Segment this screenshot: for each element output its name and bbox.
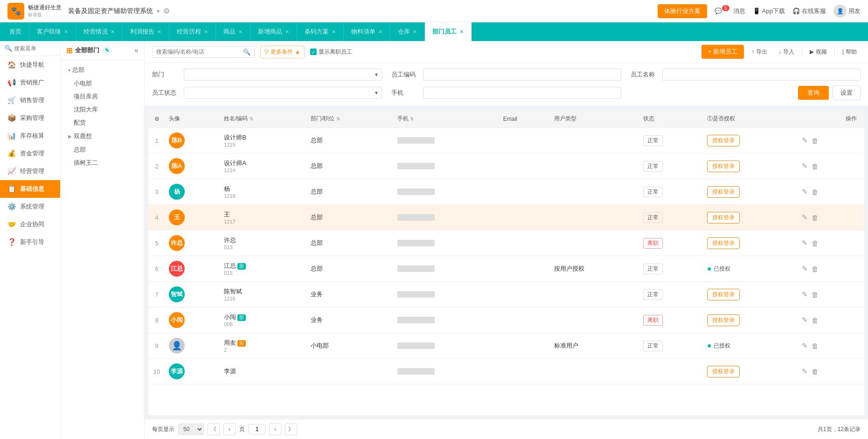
dept-edit-btn[interactable]: ✎ [102,46,111,55]
edit-btn-5[interactable]: ✎ [802,239,808,247]
tab-newgoods[interactable]: 新增商品 ✕ [250,22,297,41]
per-page-select[interactable]: 50 100 200 [178,424,204,435]
auth-btn-row-1[interactable]: 授权登录 [707,135,740,146]
query-button[interactable]: 查询 [798,86,829,100]
del-btn-7[interactable]: 🗑 [812,291,819,299]
dept-node-buwang[interactable]: 插树王二 [61,156,144,169]
dept-node-shenyang[interactable]: 沈阳大库 [61,103,144,116]
prev-page-btn[interactable]: ‹ [223,423,236,435]
tab-warehouse-close[interactable]: ✕ [413,29,417,35]
edit-btn-2[interactable]: ✎ [802,162,808,170]
sidebar-item-sales[interactable]: 🛒 销售管理 [0,91,60,109]
tab-newgoods-close[interactable]: ✕ [285,29,289,35]
message-btn[interactable]: 💬 5 消息 [715,7,745,15]
filter-phone-input[interactable] [423,87,621,99]
col-phone[interactable]: 手机 ⇅ [394,110,500,128]
tab-barcode-close[interactable]: ✕ [332,29,336,35]
sidebar-item-finance[interactable]: 💰 资金管理 [0,145,60,162]
set-button[interactable]: 设置 [833,85,861,100]
dept-node-xiaodianbu[interactable]: 小电部 [61,77,144,90]
sidebar-item-newbie[interactable]: ❓ 新手引导 [0,233,60,251]
tab-customer[interactable]: 客户联络 ✕ [29,22,76,41]
sidebar-item-inventory[interactable]: 📊 库存核算 [0,127,60,145]
filter-empname-input[interactable] [662,69,861,81]
dept-collapse-btn[interactable]: « [134,46,139,55]
user-area[interactable]: 👤 用友 [833,5,861,18]
edit-btn-9[interactable]: ✎ [802,341,808,350]
tab-business[interactable]: 经营情况 ✕ [76,22,123,41]
edit-btn-3[interactable]: ✎ [802,188,808,196]
tab-customer-close[interactable]: ✕ [64,29,68,35]
page-number-input[interactable] [249,424,265,434]
tab-profit[interactable]: 利润报告 ✕ [123,22,169,41]
filter-dept-select[interactable]: ▾ [184,69,382,81]
tab-warehouse[interactable]: 仓库 ✕ [390,22,425,41]
sidebar-item-business-mgmt[interactable]: 📈 经营管理 [0,162,60,180]
tab-material-close[interactable]: ✕ [378,29,382,35]
filter-status-select[interactable]: ▾ [184,87,382,99]
del-btn-8[interactable]: 🗑 [812,316,819,324]
service-btn[interactable]: 🎧 在线客服 [792,7,826,15]
import-btn[interactable]: ↓ 导入 [775,46,798,58]
col-dept[interactable]: 部门/职位 ⇅ [307,110,394,128]
tab-profit-close[interactable]: ✕ [157,29,161,35]
auth-btn-row-8[interactable]: 授权登录 [707,314,740,326]
sidebar-item-basicinfo[interactable]: 📋 基础信息 [0,180,60,198]
edit-btn-4[interactable]: ✎ [802,213,808,222]
tab-business-close[interactable]: ✕ [111,29,115,35]
auth-btn-row-4[interactable]: 授权登录 [707,212,740,223]
edit-btn-7[interactable]: ✎ [802,290,808,299]
tab-staff[interactable]: 部门员工 ✕ [425,22,472,41]
export-btn[interactable]: ↑ 导出 [748,46,771,58]
sidebar-item-purchase[interactable]: 📦 采购管理 [0,109,60,127]
tab-process[interactable]: 经营历程 ✕ [169,22,216,41]
sidebar-item-system[interactable]: ⚙️ 系统管理 [0,198,60,216]
dept-node-shuangluo[interactable]: ▶ 双鹿想 [61,129,144,143]
view-btn[interactable]: ▶ 视频 [806,46,831,58]
edit-btn-1[interactable]: ✎ [802,136,808,145]
tab-home[interactable]: 首页 [0,22,29,41]
last-page-btn[interactable]: 》 [285,423,297,435]
tab-goods[interactable]: 商品 ✕ [216,22,250,41]
dept-node-zongbu-group[interactable]: ▾ 总部 [61,63,144,77]
system-dropdown-arrow[interactable]: ▾ [157,8,160,14]
more-filter-btn[interactable]: ▽ 更多条件 ▲ [260,46,305,58]
trial-button[interactable]: 体验行业方案 [658,4,707,18]
tab-process-close[interactable]: ✕ [204,29,208,35]
dept-node-zongbu2[interactable]: 总部 [61,143,144,156]
tab-goods-close[interactable]: ✕ [238,29,243,35]
show-left-checkbox-wrap[interactable]: ✓ 显示离职员工 [310,48,352,56]
col-name[interactable]: 姓名/编码 ⇅ [220,110,307,128]
del-btn-9[interactable]: 🗑 [812,342,819,350]
dept-node-peihuo[interactable]: 配货 [61,116,144,129]
edit-btn-6[interactable]: ✎ [802,265,808,273]
auth-btn-row-10[interactable]: 授权登录 [707,366,740,377]
auth-btn-row-7[interactable]: 授权登录 [707,289,740,300]
auth-btn-row-3[interactable]: 授权登录 [707,186,740,198]
del-btn-10[interactable]: 🗑 [812,368,819,376]
edit-btn-10[interactable]: ✎ [802,367,808,376]
del-btn-4[interactable]: 🗑 [812,214,819,222]
help-btn[interactable]: | 帮助 [839,46,861,58]
auth-btn-row-5[interactable]: 授权登录 [707,237,740,249]
settings-icon[interactable]: ⚙ [163,7,170,15]
dept-node-xiangmu[interactable]: 项目库房 [61,90,144,103]
edit-btn-8[interactable]: ✎ [802,316,808,324]
sidebar-item-enterprise[interactable]: 🤝 企业协同 [0,216,60,233]
tab-material[interactable]: 物料清单 ✕ [344,22,390,41]
sidebar-item-quicknav[interactable]: 🏠 快捷导航 [0,56,60,74]
next-page-btn[interactable]: › [269,423,281,435]
del-btn-3[interactable]: 🗑 [812,188,819,196]
tab-barcode[interactable]: 条码方案 ✕ [297,22,344,41]
sidebar-item-marketing[interactable]: 📢 营销推广 [0,74,60,91]
del-btn-5[interactable]: 🗑 [812,239,819,247]
search-input[interactable] [156,49,240,55]
sidebar-search-input[interactable] [14,45,56,52]
auth-btn-row-2[interactable]: 授权登录 [707,160,740,172]
tab-staff-close[interactable]: ✕ [459,29,464,35]
col-settings[interactable]: ⚙ [148,110,165,128]
filter-empcode-input[interactable] [423,69,621,81]
first-page-btn[interactable]: 《 [208,423,220,435]
del-btn-2[interactable]: 🗑 [812,162,819,170]
add-staff-button[interactable]: + 新增员工 [701,45,744,59]
